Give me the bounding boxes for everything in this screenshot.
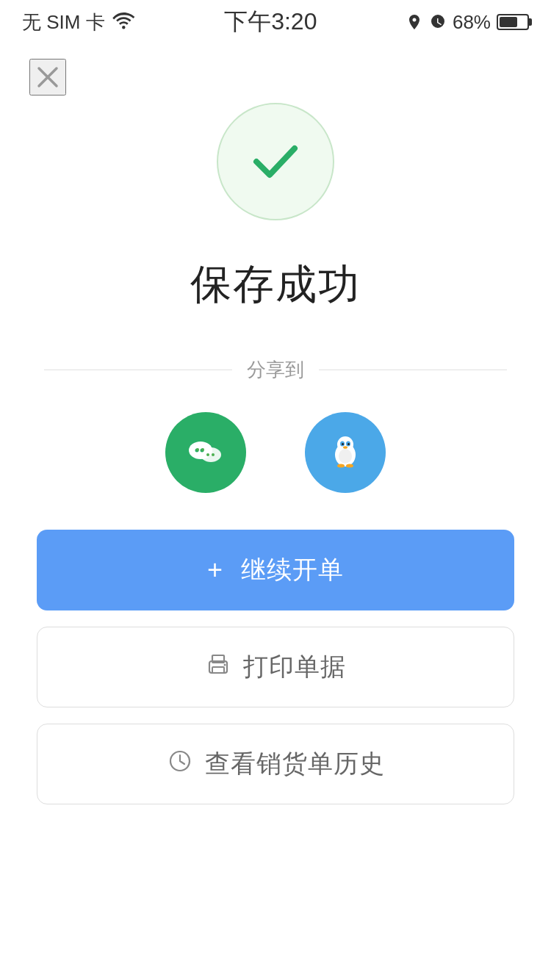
svg-point-24 [224,664,226,666]
svg-point-7 [196,448,199,451]
success-title: 保存成功 [190,257,361,313]
svg-point-9 [206,453,209,456]
share-divider: 分享到 [0,357,551,383]
svg-point-20 [346,464,353,468]
location-icon [406,13,423,31]
continue-text: 继续开单 [241,553,344,587]
battery-percentage: 68% [453,11,491,34]
svg-point-8 [201,448,204,451]
alarm-icon [429,13,447,31]
history-label: 查看销货单历史 [205,747,385,781]
print-label: 打印单据 [243,650,346,684]
divider-line-left [44,370,232,370]
printer-icon [205,651,231,683]
svg-point-10 [212,453,215,456]
clock-icon [167,748,193,780]
wifi-icon [112,12,136,32]
action-buttons: + 继续开单 打印单据 查看销货单历史 [0,530,551,804]
wechat-icon [183,430,228,475]
history-button[interactable]: 查看销货单历史 [37,724,514,804]
wechat-share-button[interactable] [165,412,246,493]
check-icon [246,131,305,192]
share-label: 分享到 [247,357,304,383]
svg-rect-23 [212,667,224,673]
svg-point-15 [342,443,344,445]
print-button[interactable]: 打印单据 [37,627,514,707]
main-content: 保存成功 分享到 [0,44,551,804]
share-section: 分享到 [0,357,551,493]
continue-plus: + [207,555,223,586]
svg-point-18 [339,449,352,464]
svg-point-19 [337,464,345,468]
share-icons [165,412,386,493]
status-bar: 无 SIM 卡 下午3:20 68% [0,0,551,44]
success-circle [217,103,334,220]
battery-icon [497,14,529,30]
qq-icon [323,430,368,475]
continue-button[interactable]: + 继续开单 [37,530,514,610]
svg-point-17 [343,446,347,449]
sim-status: 无 SIM 卡 [22,10,105,35]
status-right: 68% [406,11,529,34]
status-left: 无 SIM 卡 [22,10,136,35]
divider-line-right [319,370,507,370]
status-time: 下午3:20 [224,6,317,38]
svg-point-16 [347,443,350,445]
qq-share-button[interactable] [305,412,386,493]
